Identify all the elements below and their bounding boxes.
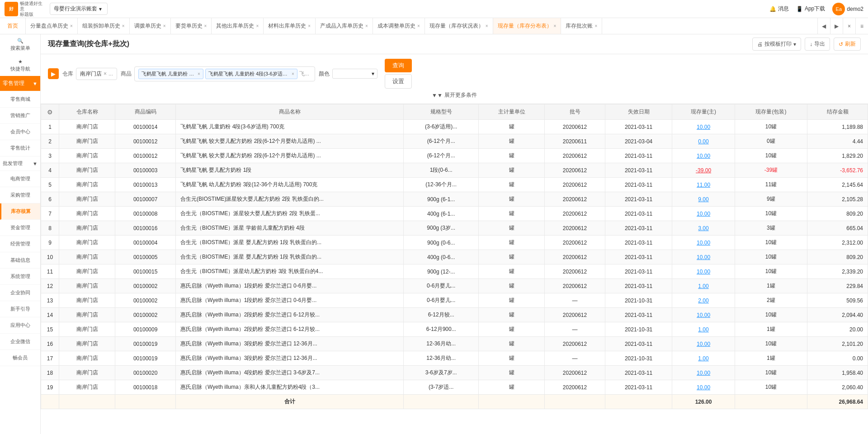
tab-close-distribute[interactable]: × bbox=[70, 24, 73, 28]
sidebar-quick-nav[interactable]: ★ 快捷导航 bbox=[0, 55, 40, 76]
tab-close-stock-status[interactable]: × bbox=[486, 24, 488, 28]
sidebar-item-inventory[interactable]: 库存核算 bbox=[0, 203, 40, 220]
logo-text: 畅捷通好生意 标题版 bbox=[20, 1, 45, 17]
row-qty-main[interactable]: 1.00 bbox=[672, 279, 735, 293]
row-name: 合生元（BIOSTIME）派星 婴儿配方奶粉 1段 乳铁蛋白的... bbox=[176, 236, 404, 250]
sidebar-item-enterprise[interactable]: 企业协同 bbox=[0, 285, 40, 301]
tab-other-out[interactable]: 其他出库单历史 × bbox=[212, 18, 264, 34]
tab-close-stock-dist[interactable]: × bbox=[554, 24, 557, 28]
tab-close-other-out[interactable]: × bbox=[256, 24, 259, 28]
sidebar-item-member[interactable]: 会员中心 bbox=[0, 124, 40, 140]
sidebar-item-wechat[interactable]: 企业微信 bbox=[0, 334, 40, 350]
row-qty-main[interactable]: 10.00 bbox=[672, 337, 735, 351]
sidebar-item-ecommerce[interactable]: 电商管理 bbox=[0, 171, 40, 187]
row-expire: 2021-10-31 bbox=[605, 293, 672, 308]
row-qty-main[interactable]: 10.00 bbox=[672, 250, 735, 264]
row-qty-main[interactable]: 11.00 bbox=[672, 178, 735, 192]
sidebar-item-retail-shop[interactable]: 零售商城 bbox=[0, 91, 40, 108]
sidebar-item-basic[interactable]: 基础信息 bbox=[0, 252, 40, 269]
tab-material-out[interactable]: 材料出库单历史 × bbox=[264, 18, 316, 34]
color-filter-dropdown[interactable]: ▾ bbox=[332, 69, 377, 79]
tab-next-btn[interactable]: ▶ bbox=[830, 18, 843, 34]
tab-distribute[interactable]: 分量盘点单历史 × bbox=[26, 18, 78, 34]
row-warehouse: 南岸门店 bbox=[59, 351, 115, 366]
tab-stock-status[interactable]: 现存量（库存状况表） × bbox=[425, 18, 493, 34]
row-qty-main[interactable]: 10.00 bbox=[672, 149, 735, 163]
close-warehouse-icon[interactable]: × bbox=[104, 71, 107, 77]
account-dropdown[interactable]: 母婴行业演示账套 ▾ bbox=[50, 3, 108, 15]
total-amount: 26,968.64 bbox=[807, 395, 868, 409]
tab-prev-btn[interactable]: ◀ bbox=[817, 18, 830, 34]
tab-close-all-btn[interactable]: × bbox=[843, 18, 855, 34]
row-qty-main[interactable]: 0.00 bbox=[672, 134, 735, 149]
setting-btn[interactable]: 设置 bbox=[385, 74, 412, 89]
tab-mix[interactable]: 调拨单历史 × bbox=[130, 18, 171, 34]
row-name: 惠氏启脉（Wyeth illuma）3段奶粉 爱尔兰进口 12-36月... bbox=[176, 337, 404, 351]
sidebar-item-apps[interactable]: 应用中心 bbox=[0, 317, 40, 334]
tab-close-mix[interactable]: × bbox=[163, 24, 166, 28]
tab-menu-btn[interactable]: ≡ bbox=[855, 18, 868, 34]
tab-close-material-out[interactable]: × bbox=[308, 24, 311, 28]
row-qty-pkg: 11罐 bbox=[735, 178, 807, 192]
sidebar-search[interactable]: 🔍 搜索菜单 bbox=[0, 34, 40, 55]
sidebar-item-finance[interactable]: 资金管理 bbox=[0, 220, 40, 236]
tab-home[interactable]: 首页 bbox=[0, 18, 26, 34]
template-print-btn[interactable]: 🖨 按模板打印 ▾ bbox=[752, 38, 801, 51]
sidebar-ops-label: 经营管理 bbox=[10, 241, 30, 247]
tab-close-product-in[interactable]: × bbox=[365, 24, 368, 28]
sidebar-item-retail[interactable]: 零售管理 ▼ bbox=[0, 76, 40, 91]
tab-stock-dist[interactable]: 现存量（库存分布表） × bbox=[493, 18, 561, 34]
messages-btn[interactable]: 🔔 消息 bbox=[769, 5, 789, 13]
sidebar-item-system[interactable]: 系统管理 bbox=[0, 269, 40, 285]
refresh-btn[interactable]: ↺ 刷新 bbox=[834, 38, 861, 51]
row-qty-main[interactable]: 2.00 bbox=[672, 293, 735, 308]
row-qty-main[interactable]: 3.00 bbox=[672, 221, 735, 236]
row-amount: 2,094.40 bbox=[807, 308, 868, 322]
row-qty-main[interactable]: 1.00 bbox=[672, 351, 735, 366]
row-no: 7 bbox=[41, 207, 59, 221]
row-qty-main[interactable]: 10.00 bbox=[672, 120, 735, 134]
row-qty-main[interactable]: 10.00 bbox=[672, 380, 735, 395]
row-name: 惠氏启脉（Wyeth illuma）3段奶粉 爱尔兰进口 12-36月... bbox=[176, 351, 404, 366]
row-qty-main[interactable]: -39.00 bbox=[672, 163, 735, 178]
col-settings[interactable]: ⚙ bbox=[41, 104, 59, 120]
row-qty-main[interactable]: 10.00 bbox=[672, 366, 735, 380]
row-qty-main[interactable]: 10.00 bbox=[672, 207, 735, 221]
sidebar-item-ops[interactable]: 经营管理 bbox=[0, 236, 40, 252]
row-qty-main[interactable]: 1.00 bbox=[672, 322, 735, 337]
warehouse-filter-value[interactable]: 南岸门店 × ... bbox=[76, 68, 117, 80]
tab-product-in[interactable]: 产成品入库单历史 × bbox=[316, 18, 373, 34]
row-spec: 400g (0-6... bbox=[404, 250, 479, 264]
sidebar-item-retail-stats[interactable]: 零售统计 bbox=[0, 140, 40, 156]
row-qty-main[interactable]: 10.00 bbox=[672, 308, 735, 322]
sidebar-item-wholesale[interactable]: 批发管理 ▼ bbox=[0, 156, 40, 171]
app-download-btn[interactable]: 📱 App下载 bbox=[796, 5, 825, 13]
row-qty-main[interactable]: 10.00 bbox=[672, 236, 735, 250]
row-expire: 2021-03-11 bbox=[605, 308, 672, 322]
row-expire: 2021-10-31 bbox=[605, 351, 672, 366]
row-qty-main[interactable]: 9.00 bbox=[672, 192, 735, 207]
expand-more-conditions[interactable]: ▼▼ 展开更多条件 bbox=[48, 91, 861, 99]
product-filter-tags[interactable]: 飞鹤星飞帆 儿童奶粉 4段(3-6岁适用) 700克 × 飞鹤星飞帆 儿童奶粉 … bbox=[134, 66, 315, 81]
tab-close-request[interactable]: × bbox=[204, 24, 207, 28]
tab-request[interactable]: 要货单历史 × bbox=[171, 18, 212, 34]
user-profile[interactable]: Ea demo2 bbox=[832, 3, 863, 15]
tab-close-disassemble[interactable]: × bbox=[122, 24, 125, 28]
sidebar-item-vip[interactable]: 畅会员 bbox=[0, 350, 40, 366]
tab-cost[interactable]: 成本调整单历史 × bbox=[373, 18, 425, 34]
tab-disassemble[interactable]: 组装拆卸单历史 × bbox=[78, 18, 130, 34]
tab-batch[interactable]: 库存批次账 × bbox=[561, 18, 602, 34]
sidebar-item-marketing[interactable]: 营销推广 bbox=[0, 108, 40, 124]
row-batch: 20200612 bbox=[545, 279, 605, 293]
product-tag-1-close[interactable]: × bbox=[198, 71, 200, 76]
export-btn[interactable]: ↓ 导出 bbox=[805, 38, 830, 51]
query-btn[interactable]: 查询 bbox=[385, 59, 412, 72]
product-tag-2-close[interactable]: × bbox=[292, 71, 294, 76]
tab-close-batch[interactable]: × bbox=[594, 24, 597, 28]
settings-icon[interactable]: ⚙ bbox=[47, 108, 53, 116]
row-qty-main[interactable]: 10.00 bbox=[672, 264, 735, 279]
filter-expand-btn[interactable]: ▶ bbox=[48, 68, 59, 79]
sidebar-item-newbie[interactable]: 新手引导 bbox=[0, 301, 40, 317]
tab-close-cost[interactable]: × bbox=[417, 24, 420, 28]
sidebar-item-purchase[interactable]: 采购管理 bbox=[0, 187, 40, 203]
